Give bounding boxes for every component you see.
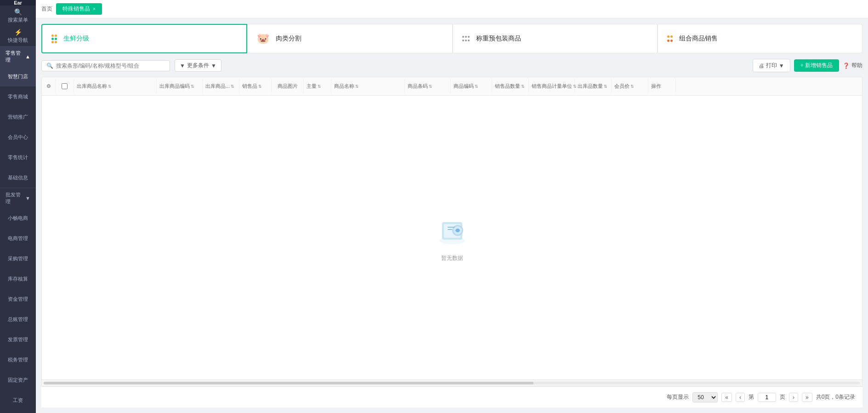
tab-cards-row: 生鲜分级 🐷 肉类分割 — [41, 24, 862, 53]
sidebar-item-invoice[interactable]: 发票管理 — [0, 329, 36, 350]
fresh-grade-icon — [51, 34, 57, 43]
sidebar-item-basic-info[interactable]: 基础信息 — [0, 167, 36, 188]
next-page-button[interactable]: › — [789, 393, 798, 402]
sidebar-item-inventory[interactable]: 库存核算 — [0, 269, 36, 289]
lightning-icon: ⚡ — [14, 29, 22, 36]
help-button[interactable]: ❓ 帮助 — [843, 62, 862, 69]
sort-icon: ⇅ — [191, 84, 194, 89]
tab-close-icon[interactable]: × — [93, 6, 96, 11]
weight-pack-icon — [462, 36, 470, 41]
search-icon: 🔍 — [46, 63, 53, 69]
empty-state-illustration — [434, 213, 471, 250]
th-barcode[interactable]: 商品条码 ⇅ — [405, 79, 451, 93]
chevron-down-icon: ▼ — [211, 63, 216, 69]
empty-text: 暂无数据 — [441, 254, 463, 262]
print-button[interactable]: 🖨 打印 ▼ — [753, 59, 790, 72]
filter-bar: 🔍 ▼ 更多条件 ▼ 🖨 打印 ▼ + 新增销售品 ❓ 帮助 — [41, 59, 862, 72]
total-info: 共0页，0条记录 — [816, 393, 855, 401]
topbar: 首页 特殊销售品 × — [36, 0, 868, 18]
horizontal-scrollbar[interactable] — [42, 379, 862, 386]
page-unit: 页 — [780, 393, 785, 401]
sidebar-item-smart-store[interactable]: 智慧门店 — [0, 66, 36, 86]
tab-card-meat-cut[interactable]: 🐷 肉类分割 — [247, 24, 452, 53]
data-table: ⚙ 出库商品名称 ⇅ 出库商品编码 ⇅ 出库商品... ⇅ — [41, 77, 862, 386]
chevron-down-icon: ▼ — [25, 195, 30, 201]
sidebar-item-tax[interactable]: 税务管理 — [0, 350, 36, 370]
add-sale-item-button[interactable]: + 新增销售品 — [794, 59, 839, 72]
content-area: 生鲜分级 🐷 肉类分割 — [36, 18, 868, 413]
active-tab[interactable]: 特殊销售品 × — [56, 3, 102, 15]
first-page-button[interactable]: « — [721, 393, 732, 402]
th-check[interactable] — [56, 80, 74, 93]
page-label: 第 — [749, 393, 754, 401]
pig-icon: 🐷 — [257, 33, 269, 45]
combo-sale-icon — [667, 35, 673, 42]
th-weight[interactable]: 主量 ⇅ — [304, 79, 331, 93]
svg-point-5 — [456, 229, 460, 232]
tab-card-fresh-grade[interactable]: 生鲜分级 — [41, 24, 247, 53]
svg-rect-6 — [448, 227, 455, 228]
last-page-button[interactable]: » — [802, 393, 812, 402]
search-box[interactable]: 🔍 — [41, 60, 170, 71]
sort-icon: ⇅ — [108, 84, 112, 89]
sort-icon: ⇅ — [604, 84, 607, 89]
help-icon: ❓ — [843, 63, 850, 69]
home-link[interactable]: 首页 — [41, 5, 52, 13]
sidebar-item-wholesale[interactable]: 批发管理 ▼ — [0, 188, 36, 208]
filter-icon: ▼ — [180, 63, 185, 69]
th-unit[interactable]: 销售商品计量单位 ⇅ — [529, 79, 575, 93]
th-sale-qty[interactable]: 销售品数量 ⇅ — [492, 79, 529, 93]
sort-icon: ⇅ — [231, 84, 234, 89]
sort-icon: ⇅ — [355, 84, 359, 89]
sidebar-logo: Ear — [0, 0, 36, 6]
per-page-select[interactable]: 50 10 20 100 — [692, 392, 718, 402]
tab-card-combo-sale[interactable]: 组合商品销售 — [658, 24, 862, 53]
svg-rect-7 — [448, 229, 452, 230]
sidebar-item-marketing[interactable]: 营销推广 — [0, 107, 36, 127]
sidebar-item-member[interactable]: 会员中心 — [0, 127, 36, 147]
th-member-price[interactable]: 会员价 ⇅ — [612, 79, 648, 93]
per-page-label: 每页显示 — [667, 393, 689, 401]
select-all-checkbox[interactable] — [62, 83, 68, 89]
weight-pack-label: 称重预包装商品 — [476, 34, 521, 43]
sidebar-item-general-ledger[interactable]: 总账管理 — [0, 309, 36, 329]
th-operation: 操作 — [648, 79, 676, 93]
th-goods-name[interactable]: 商品名称 ⇅ — [331, 79, 405, 93]
sidebar-item-finance[interactable]: 资金管理 — [0, 289, 36, 309]
retail-label: 零售管理 — [6, 50, 25, 63]
scrollbar-track[interactable] — [44, 382, 860, 384]
sidebar-item-ecom-mgr[interactable]: 电商管理 — [0, 228, 36, 248]
chevron-icon: ▲ — [25, 54, 30, 59]
sidebar-item-search[interactable]: 🔍 搜索菜单 — [0, 6, 36, 26]
sidebar-item-salary[interactable]: 工资 — [0, 390, 36, 410]
th-out-name[interactable]: 出库商品名称 ⇅ — [74, 79, 157, 93]
sidebar-item-fixed-assets[interactable]: 固定资产 — [0, 370, 36, 390]
th-out-spec[interactable]: 出库商品... ⇅ — [203, 79, 239, 93]
sort-icon: ⇅ — [318, 84, 321, 89]
sidebar-item-quick[interactable]: ⚡ 快捷导航 — [0, 26, 36, 46]
tab-card-weight-pack[interactable]: 称重预包装商品 — [453, 24, 658, 53]
th-gear[interactable]: ⚙ — [42, 80, 56, 93]
more-conditions-button[interactable]: ▼ 更多条件 ▼ — [175, 59, 221, 72]
sidebar-item-retail-mall[interactable]: 零售商城 — [0, 86, 36, 107]
sidebar-item-purchase[interactable]: 采购管理 — [0, 248, 36, 269]
sort-icon: ⇅ — [258, 84, 262, 89]
page-number-input[interactable] — [758, 393, 776, 402]
main-area: 首页 特殊销售品 × — [36, 0, 868, 413]
search-input[interactable] — [56, 63, 165, 69]
sidebar-item-operations[interactable]: 经营管理 — [0, 410, 36, 413]
sort-icon: ⇅ — [475, 84, 478, 89]
sidebar-item-retail[interactable]: 零售管理 ▲ — [0, 46, 36, 66]
meat-cut-label: 肉类分割 — [276, 34, 301, 43]
th-out-code[interactable]: 出库商品编码 ⇅ — [157, 79, 203, 93]
combo-sale-label: 组合商品销售 — [679, 34, 718, 43]
th-out-qty[interactable]: 出库品数量 ⇅ — [575, 79, 612, 93]
sidebar-item-mini-shop[interactable]: 小畅电商 — [0, 208, 36, 228]
scrollbar-thumb[interactable] — [44, 382, 533, 384]
sidebar-item-retail-stats[interactable]: 零售统计 — [0, 147, 36, 167]
prev-page-button[interactable]: ‹ — [736, 393, 745, 402]
th-sale-item[interactable]: 销售品 ⇅ — [239, 79, 272, 93]
sort-icon: ⇅ — [630, 84, 634, 89]
th-goods-code[interactable]: 商品编码 ⇅ — [451, 79, 492, 93]
sort-icon: ⇅ — [521, 84, 525, 89]
